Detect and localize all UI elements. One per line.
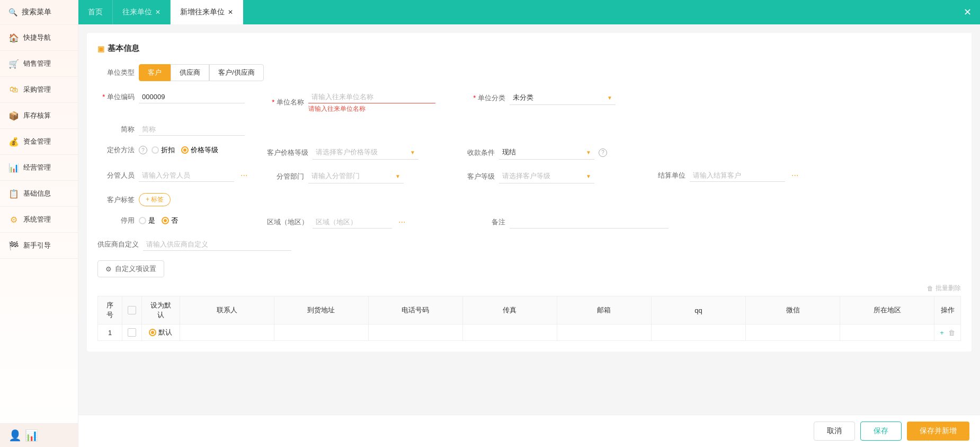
payment-terms-label: 收款条件 xyxy=(458,148,495,157)
customer-price-level-label: 客户价格等级 xyxy=(267,148,308,157)
dept-arrow: ▼ xyxy=(395,173,400,179)
disabled-region-row: 停用 是 否 区域（地区） ··· xyxy=(97,216,961,229)
supplier-custom-input[interactable] xyxy=(143,238,291,251)
settlement-more-btn[interactable]: ··· xyxy=(789,171,800,180)
unit-name-input[interactable] xyxy=(308,91,435,103)
abbr-input[interactable] xyxy=(139,123,245,136)
cell-checkbox[interactable] xyxy=(122,325,142,341)
sidebar-item-newbie[interactable]: 🏁 新手引导 xyxy=(0,233,78,259)
sidebar-item-basic[interactable]: 📋 基础信息 xyxy=(0,181,78,207)
cell-seq: 1 xyxy=(98,325,122,341)
sidebar-item-operation[interactable]: 📊 经营管理 xyxy=(0,155,78,181)
unit-category-arrow: ▼ xyxy=(607,95,612,101)
cell-email[interactable] xyxy=(557,325,651,341)
region-more-btn[interactable]: ··· xyxy=(396,217,407,227)
tab-home[interactable]: 首页 xyxy=(78,0,113,24)
th-region: 所在地区 xyxy=(840,296,934,325)
sidebar-item-sales[interactable]: 🛒 销售管理 xyxy=(0,51,78,77)
sidebar-item-purchase[interactable]: 🛍 采购管理 xyxy=(0,77,78,103)
manager-input[interactable] xyxy=(139,169,234,182)
th-checkbox xyxy=(122,296,142,325)
cell-address[interactable] xyxy=(274,325,368,341)
system-icon: ⚙ xyxy=(8,214,19,225)
cancel-button[interactable]: 取消 xyxy=(814,422,855,441)
pricing-help-icon[interactable]: ? xyxy=(139,146,147,154)
th-phone: 电话号码 xyxy=(368,296,462,325)
disabled-label: 停用 xyxy=(97,216,135,225)
main-close-btn[interactable]: ✕ xyxy=(955,6,980,18)
payment-terms-arrow: ▼ xyxy=(586,150,591,155)
supplier-custom-row: 供应商自定义 xyxy=(97,238,961,251)
cell-contact[interactable] xyxy=(180,325,274,341)
payment-terms-help-icon[interactable]: ? xyxy=(599,148,607,157)
sidebar-newbie-label: 新手引导 xyxy=(23,241,51,250)
pricing-method-label: 定价方法 xyxy=(97,145,135,155)
unit-code-input[interactable] xyxy=(139,91,245,103)
operation-icon: 📊 xyxy=(8,162,19,173)
dept-select[interactable]: 请输入分管部门 ▼ xyxy=(308,169,404,183)
payment-terms-select[interactable]: 现结 ▼ xyxy=(499,145,594,160)
cell-region[interactable] xyxy=(840,325,934,341)
tab-new-partner-close[interactable]: ✕ xyxy=(228,8,233,16)
sidebar-nav-label: 快捷导航 xyxy=(23,33,51,42)
tab-partners[interactable]: 往来单位 ✕ xyxy=(113,0,171,24)
th-default: 设为默认 xyxy=(142,296,180,325)
tab-new-partner[interactable]: 新增往来单位 ✕ xyxy=(171,0,243,24)
sidebar-item-nav[interactable]: 🏠 快捷导航 xyxy=(0,25,78,51)
contacts-table: 序号 设为默认 联系人 到货地址 电话号码 传真 邮箱 qq 微信 所在地区 操… xyxy=(97,296,961,341)
dept-label: 分管部门 xyxy=(267,172,304,181)
customer-price-level-select[interactable]: 请选择客户价格等级 ▼ xyxy=(313,145,418,160)
radio-yes[interactable]: 是 xyxy=(139,216,155,225)
settlement-input[interactable] xyxy=(690,169,785,182)
tab-partners-close[interactable]: ✕ xyxy=(155,8,161,16)
customer-level-select[interactable]: 请选择客户等级 ▼ xyxy=(499,169,594,183)
supplier-custom-label: 供应商自定义 xyxy=(97,240,139,249)
sidebar-item-finance[interactable]: 💰 资金管理 xyxy=(0,129,78,155)
sidebar-item-system[interactable]: ⚙ 系统管理 xyxy=(0,207,78,233)
search-icon: 🔍 xyxy=(8,8,17,16)
unit-code-label: 单位编码 xyxy=(97,92,135,102)
cell-phone[interactable] xyxy=(368,325,462,341)
customer-level-arrow: ▼ xyxy=(586,173,591,179)
sidebar-item-inventory[interactable]: 📦 库存核算 xyxy=(0,103,78,129)
tag-row: 客户标签 + 标签 xyxy=(97,193,961,206)
unit-category-field: 单位分类 未分类 ▼ xyxy=(468,91,961,105)
unit-type-supplier[interactable]: 供应商 xyxy=(171,64,209,81)
cell-fax[interactable] xyxy=(462,325,557,341)
radio-price-level[interactable]: 价格等级 xyxy=(181,145,218,155)
radio-price-level-label: 价格等级 xyxy=(191,145,218,155)
th-wechat: 微信 xyxy=(746,296,840,325)
abbr-row: 简称 xyxy=(97,123,961,136)
cell-wechat[interactable] xyxy=(746,325,840,341)
th-qq: qq xyxy=(651,296,745,325)
save-new-button[interactable]: 保存并新增 xyxy=(907,422,969,441)
unit-type-row: 单位类型 客户 供应商 客户/供应商 xyxy=(97,64,961,81)
unit-type-both[interactable]: 客户/供应商 xyxy=(209,64,264,81)
custom-settings-btn[interactable]: ⚙ 自定义项设置 xyxy=(97,260,164,277)
cell-default[interactable]: 默认 xyxy=(142,325,180,341)
batch-delete-label[interactable]: 批量删除 xyxy=(936,284,961,293)
sidebar-search[interactable]: 🔍 搜索菜单 xyxy=(0,0,78,25)
th-seq: 序号 xyxy=(98,296,122,325)
pricing-method-field: 定价方法 ? 折扣 价格等级 xyxy=(97,145,267,155)
manager-label: 分管人员 xyxy=(97,171,135,180)
unit-type-customer[interactable]: 客户 xyxy=(139,64,171,81)
th-fax: 传真 xyxy=(462,296,557,325)
radio-no[interactable]: 否 xyxy=(162,216,178,225)
row-delete-btn[interactable]: 🗑 xyxy=(948,329,955,337)
radio-discount[interactable]: 折扣 xyxy=(152,145,175,155)
manager-more-btn[interactable]: ··· xyxy=(238,171,250,180)
save-button[interactable]: 保存 xyxy=(860,422,902,441)
add-tag-btn[interactable]: + 标签 xyxy=(139,193,171,206)
unit-category-select[interactable]: 未分类 ▼ xyxy=(510,91,616,105)
region-input[interactable] xyxy=(313,216,392,229)
row-add-btn[interactable]: + xyxy=(940,329,944,337)
sidebar-footer: 👤 📊 xyxy=(0,423,78,447)
remarks-input[interactable] xyxy=(510,216,669,229)
radio-yes-label: 是 xyxy=(148,216,155,225)
th-email: 邮箱 xyxy=(557,296,651,325)
cell-qq[interactable] xyxy=(651,325,745,341)
customer-level-field: 客户等级 请选择客户等级 ▼ xyxy=(458,169,648,183)
th-action: 操作 xyxy=(934,296,961,325)
default-radio xyxy=(149,329,156,336)
